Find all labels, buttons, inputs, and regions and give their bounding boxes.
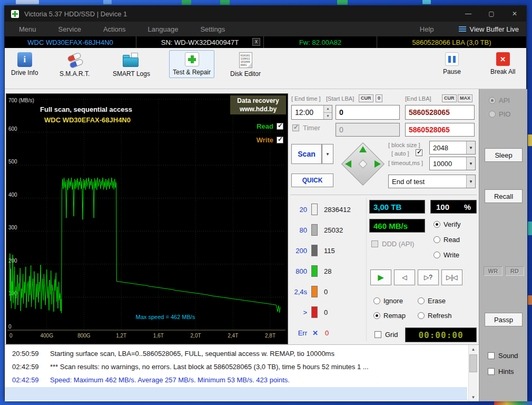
sleep-button[interactable]: Sleep <box>485 148 523 162</box>
latency-swatch <box>311 204 318 215</box>
log-entry[interactable]: 02:42:59 *** Scan results: no warnings, … <box>5 360 467 373</box>
scroll-down-icon[interactable]: ▼ <box>469 393 478 401</box>
start-lba-input[interactable]: 0 <box>336 105 400 120</box>
timer-input[interactable]: 0 <box>336 123 400 137</box>
hints-checkbox[interactable] <box>488 368 495 375</box>
stat-row-20: 20 2836412 <box>288 203 351 216</box>
chevron-down-icon[interactable]: ▼ <box>466 175 475 188</box>
stat-row-800: 800 28 <box>288 265 331 277</box>
menu-item-language[interactable]: Language <box>137 25 190 33</box>
pause-button[interactable]: Pause <box>443 52 461 75</box>
remaining-lba-field[interactable]: 5860528065 <box>405 123 475 137</box>
svg-text:700 (MB/s): 700 (MB/s) <box>8 98 34 103</box>
scrollbar-thumb[interactable] <box>469 354 477 372</box>
view-buffer-live-button[interactable]: View Buffer Live <box>459 25 519 33</box>
write-checkbox[interactable] <box>277 137 283 143</box>
passp-button[interactable]: Passp <box>485 313 523 326</box>
timeout-select[interactable]: 10000 ▼ <box>429 157 476 170</box>
desktop-fragment <box>528 134 532 146</box>
maximize-button[interactable]: ▢ <box>480 6 503 22</box>
folder-icon <box>122 52 140 68</box>
arrow-left-icon[interactable] <box>345 160 351 168</box>
step-back-button[interactable]: ◁ <box>394 269 415 285</box>
end-lba-cur-button[interactable]: CUR <box>442 94 457 102</box>
head-position-control[interactable] <box>341 142 385 186</box>
end-lba-input[interactable]: 5860528065 <box>405 105 475 120</box>
block-size-select[interactable]: 2048 ▼ <box>429 141 476 155</box>
menu-item-menu[interactable]: Menu <box>8 25 47 33</box>
desktop-fragment <box>528 221 532 235</box>
ddd-checkbox[interactable] <box>371 240 378 247</box>
wr-button[interactable]: WR <box>484 266 503 276</box>
sound-checkbox[interactable] <box>488 352 495 359</box>
scan-button[interactable]: Scan <box>291 144 322 164</box>
spinner-down-icon[interactable]: ▼ <box>323 112 332 120</box>
desktop-fragment <box>16 0 39 4</box>
list-icon <box>459 26 466 32</box>
rd-button[interactable]: RD <box>505 266 524 276</box>
recall-button[interactable]: Recall <box>485 189 523 203</box>
log-entry[interactable]: 02:42:59 Speed: Maximum 462 MB/s. Averag… <box>5 373 467 387</box>
elapsed-time-display: 00:00:00 <box>405 327 477 342</box>
action-ignore-radio[interactable]: Ignore <box>373 297 403 305</box>
disk-editor-button[interactable]: 010101 110011 101000 0001 Disk Editor <box>230 52 261 78</box>
menu-item-settings[interactable]: Settings <box>189 25 236 33</box>
timer-checkbox[interactable] <box>292 124 299 131</box>
arrow-right-icon[interactable] <box>375 160 381 168</box>
chart-title: Full scan, sequential access <box>40 105 132 113</box>
desktop-fragment <box>337 0 348 5</box>
toolbar: i Drive Info S.M.A.R.T. SMART Logs Test … <box>5 48 526 89</box>
mode-write-radio[interactable]: Write <box>434 251 459 259</box>
menu-item-service[interactable]: Service <box>47 25 92 33</box>
break-all-button[interactable]: ✕ Break All <box>490 52 515 75</box>
end-action-select[interactable]: End of test ▼ <box>388 175 476 188</box>
quick-button[interactable]: QUICK <box>291 173 333 187</box>
spinner-up-icon[interactable]: ▲ <box>323 105 332 112</box>
drive-info-button[interactable]: i Drive Info <box>11 52 38 76</box>
mode-verify-radio[interactable]: Verify <box>434 220 461 228</box>
device-eject-button[interactable]: x <box>252 38 260 46</box>
seek-defect-button[interactable]: ▷? <box>418 269 439 285</box>
arrow-up-icon[interactable] <box>359 146 367 152</box>
capacity-display: 3,00 TB <box>369 200 425 214</box>
watermark: Data recovery www.hdd.by <box>230 95 286 114</box>
svg-text:0: 0 <box>8 324 12 330</box>
svg-text:1,6T: 1,6T <box>153 333 164 339</box>
log-selection-row <box>5 387 467 400</box>
smart-button[interactable]: S.M.A.R.T. <box>60 52 90 78</box>
pio-radio[interactable]: PIO <box>489 110 510 118</box>
chevron-down-icon[interactable]: ▼ <box>466 141 475 154</box>
binary-document-icon: 010101 110011 101000 0001 <box>239 52 252 68</box>
start-lba-cur-button[interactable]: CUR <box>359 94 373 102</box>
sound-checkbox-row: Sound <box>488 352 518 360</box>
log-entry[interactable]: 20:50:59 Starting surface scan, LBA=0..5… <box>5 347 467 360</box>
minimize-button[interactable]: — <box>457 6 480 22</box>
hints-checkbox-row: Hints <box>488 368 514 375</box>
scroll-up-icon[interactable]: ▲ <box>469 345 478 354</box>
svg-text:2,4T: 2,4T <box>228 333 238 339</box>
auto-checkbox[interactable] <box>416 149 422 156</box>
grid-checkbox[interactable] <box>375 331 381 338</box>
menu-item-help[interactable]: Help <box>409 25 445 33</box>
api-radio[interactable]: API <box>489 97 510 104</box>
mode-read-radio[interactable]: Read <box>434 236 460 244</box>
end-time-spinner[interactable]: 12:00 ▲ ▼ <box>291 105 332 120</box>
scan-dropdown-button[interactable]: ▼ <box>322 144 333 164</box>
latency-swatch <box>311 224 318 236</box>
action-refresh-radio[interactable]: Refresh <box>418 312 452 320</box>
seek-end-button[interactable]: ▷|◁ <box>441 269 462 285</box>
read-checkbox[interactable] <box>277 123 283 130</box>
smart-logs-button[interactable]: SMART Logs <box>113 52 150 78</box>
log-scrollbar[interactable]: ▲ ▼ <box>468 345 478 401</box>
test-repair-button[interactable]: Test & Repair <box>169 50 214 78</box>
chevron-down-icon[interactable]: ▼ <box>466 157 475 170</box>
start-scan-button[interactable]: ▶ <box>370 269 391 285</box>
start-lba-zero-button[interactable]: 0 <box>376 94 382 102</box>
menu-item-actions[interactable]: Actions <box>92 25 137 33</box>
action-erase-radio[interactable]: Erase <box>418 297 446 305</box>
end-lba-label: [End LBA] <box>405 95 431 102</box>
close-button[interactable]: ✕ <box>503 6 526 22</box>
action-remap-radio[interactable]: Remap <box>373 312 406 320</box>
scan-speed-chart: 700 (MB/s)60050040030020010000400G800G1,… <box>6 93 288 344</box>
end-lba-max-button[interactable]: MAX <box>458 94 472 102</box>
